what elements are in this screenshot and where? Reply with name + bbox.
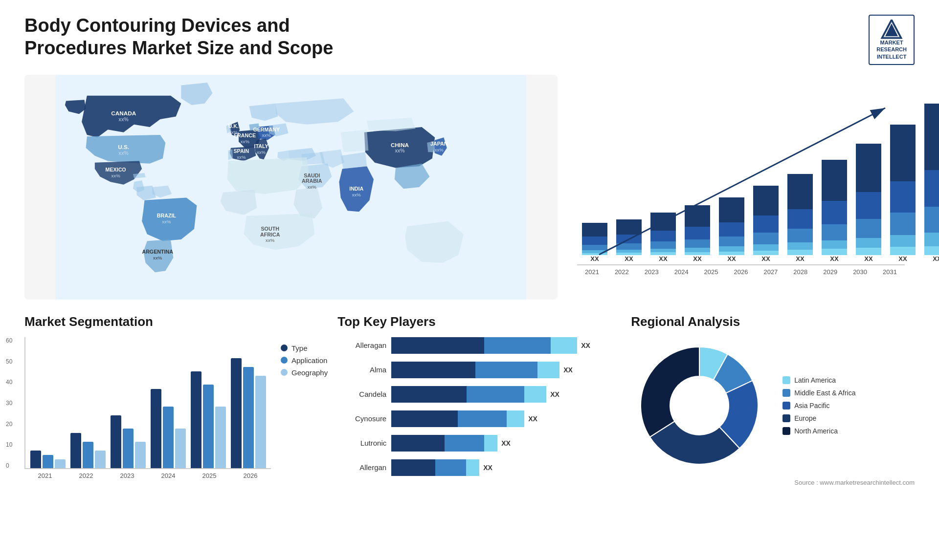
player-bar-segment bbox=[435, 459, 466, 476]
player-name: Alleragan bbox=[337, 341, 386, 349]
svg-text:MEXICO: MEXICO bbox=[106, 167, 126, 172]
svg-text:xx%: xx% bbox=[162, 219, 171, 224]
player-bar-container: XX bbox=[391, 435, 621, 452]
svg-text:xx%: xx% bbox=[266, 237, 275, 243]
donut-legend-color bbox=[782, 427, 790, 435]
svg-text:xx%: xx% bbox=[262, 132, 271, 138]
y-axis-labels: 60 50 40 30 20 10 0 bbox=[6, 337, 12, 469]
svg-text:xx%: xx% bbox=[119, 150, 129, 156]
regional-section: Regional Analysis Latin AmericaMiddle Ea… bbox=[631, 314, 915, 519]
bar-segment bbox=[822, 249, 847, 255]
top-row: CANADA xx% U.S. xx% MEXICO xx% BRAZIL xx… bbox=[24, 75, 915, 300]
bar-segment bbox=[822, 201, 847, 224]
stacked-bar-value-label: XX bbox=[761, 255, 770, 262]
page-title: Body Contouring Devices and Procedures M… bbox=[24, 15, 367, 59]
bar-group bbox=[30, 451, 66, 468]
stacked-bar-group: XX bbox=[890, 125, 916, 264]
map-section: CANADA xx% U.S. xx% MEXICO xx% BRAZIL xx… bbox=[24, 75, 558, 300]
logo-text: MARKET RESEARCH INTELLECT bbox=[876, 39, 907, 60]
donut-legend-item: Middle East & Africa bbox=[782, 389, 855, 397]
player-row: AllerganXX bbox=[337, 459, 621, 476]
page-container: Body Contouring Devices and Procedures M… bbox=[0, 0, 939, 560]
svg-text:xx%: xx% bbox=[237, 154, 246, 160]
x-axis-year-label: 2024 bbox=[667, 268, 696, 276]
world-map-svg: CANADA xx% U.S. xx% MEXICO xx% BRAZIL xx… bbox=[24, 75, 558, 300]
donut-legend-label: North America bbox=[794, 427, 838, 435]
svg-text:xx%: xx% bbox=[119, 116, 129, 122]
bar-segment bbox=[822, 160, 847, 201]
svg-text:xx%: xx% bbox=[112, 173, 121, 178]
player-row: LutronicXX bbox=[337, 435, 621, 452]
players-section: Top Key Players AlleraganXXAlmaXXCandela… bbox=[337, 314, 621, 519]
player-name: Alma bbox=[337, 366, 386, 374]
player-row: AlmaXX bbox=[337, 362, 621, 378]
donut-legend-item: Asia Pacific bbox=[782, 402, 855, 409]
stacked-bar-group: XX bbox=[650, 213, 676, 264]
donut-legend-item: North America bbox=[782, 427, 855, 435]
bar-segment bbox=[753, 186, 779, 215]
bar bbox=[70, 433, 81, 468]
svg-text:xx%: xx% bbox=[435, 147, 444, 152]
segmentation-section: Market Segmentation 60 50 40 30 20 10 0 … bbox=[24, 314, 328, 519]
seg-x-label: 2025 bbox=[189, 472, 230, 479]
player-bar-segment bbox=[537, 362, 559, 378]
stacked-bar-value-label: XX bbox=[590, 255, 599, 262]
bar bbox=[255, 376, 266, 468]
stacked-bar-value-label: XX bbox=[727, 255, 736, 262]
svg-text:U.K.: U.K. bbox=[228, 123, 239, 129]
bar bbox=[191, 371, 201, 468]
svg-text:SAUDI: SAUDI bbox=[304, 172, 320, 178]
player-bar-segment bbox=[391, 337, 484, 354]
x-axis-year-label: 2022 bbox=[607, 268, 637, 276]
player-bar-segment bbox=[458, 410, 507, 427]
players-list: AlleraganXXAlmaXXCandelaXXCynosureXXLutr… bbox=[337, 337, 621, 476]
player-bar-container: XX bbox=[391, 362, 621, 378]
svg-text:GERMANY: GERMANY bbox=[253, 126, 280, 132]
stacked-bar-value-label: XX bbox=[830, 255, 838, 262]
player-bar-segment bbox=[475, 362, 537, 378]
player-bar-segment bbox=[391, 362, 475, 378]
bar-segment bbox=[890, 181, 916, 213]
svg-text:CANADA: CANADA bbox=[111, 110, 136, 116]
bar-segment bbox=[856, 248, 881, 255]
bar-segment bbox=[924, 207, 939, 233]
stacked-bar-group: XX bbox=[856, 144, 881, 264]
donut-legend-item: Europe bbox=[782, 414, 855, 422]
player-bar-segment bbox=[551, 337, 577, 354]
donut-segment bbox=[641, 347, 699, 437]
svg-text:BRAZIL: BRAZIL bbox=[157, 213, 177, 218]
bar-segment bbox=[924, 233, 939, 246]
grouped-bar-chart bbox=[24, 337, 271, 469]
bar-segment bbox=[856, 238, 881, 248]
svg-text:SPAIN: SPAIN bbox=[233, 148, 249, 154]
bar-segment bbox=[719, 246, 744, 252]
legend-item: Type bbox=[281, 344, 328, 352]
bar-segment bbox=[650, 249, 676, 252]
player-name: Allergan bbox=[337, 463, 386, 472]
donut-legend-label: Latin America bbox=[794, 376, 836, 384]
bar-group bbox=[231, 358, 266, 468]
player-bar-label: XX bbox=[501, 439, 511, 447]
bar bbox=[231, 358, 242, 468]
bar bbox=[55, 459, 66, 468]
bar-segment bbox=[856, 144, 881, 192]
svg-text:SOUTH: SOUTH bbox=[261, 226, 279, 232]
bar-segment bbox=[787, 250, 813, 255]
svg-text:xx%: xx% bbox=[257, 149, 266, 154]
x-axis-year-label: 2031 bbox=[875, 268, 905, 276]
donut-legend-item: Latin America bbox=[782, 376, 855, 384]
player-name: Candela bbox=[337, 390, 386, 398]
bar bbox=[95, 451, 106, 468]
bar-segment bbox=[753, 244, 779, 251]
bar-segment bbox=[787, 229, 813, 242]
player-bar-label: XX bbox=[483, 464, 492, 472]
player-bar-segment bbox=[524, 386, 546, 403]
stacked-bar-value-label: XX bbox=[693, 255, 701, 262]
player-bar-segment bbox=[391, 435, 445, 452]
legend-dot bbox=[281, 357, 288, 364]
segmentation-title: Market Segmentation bbox=[24, 314, 328, 329]
players-title: Top Key Players bbox=[337, 314, 621, 329]
bar bbox=[135, 442, 146, 468]
svg-text:JAPAN: JAPAN bbox=[430, 141, 447, 147]
stacked-bar-value-label: XX bbox=[898, 255, 907, 262]
